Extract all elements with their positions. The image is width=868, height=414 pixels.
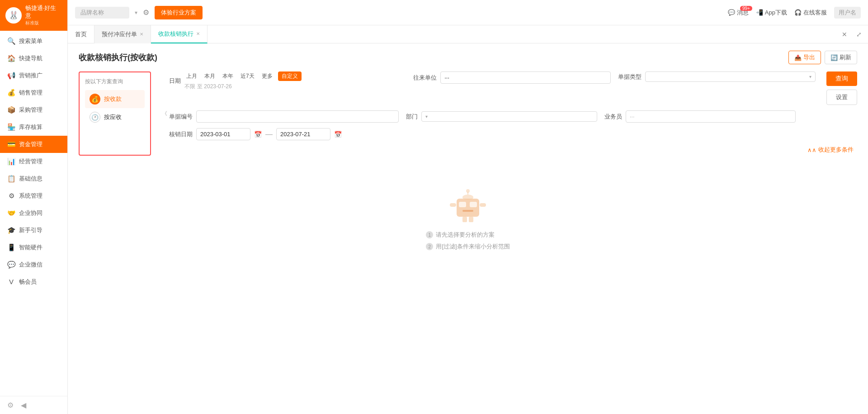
sidebar-label-inventory: 库存核算 [19,123,42,131]
sidebar-item-guide[interactable]: 🎓新手引导 [0,222,67,239]
date-this-year[interactable]: 本年 [221,71,235,81]
partner-select[interactable]: ··· [440,71,611,84]
writeoff-start-calendar-icon[interactable]: 📅 [254,131,262,138]
sidebar-item-funds[interactable]: 💳资金管理 [0,136,67,153]
topbar-gear-icon[interactable]: ⚙ [143,8,149,17]
message-badge: 99+ [740,6,752,11]
tab-prepay[interactable]: 预付冲应付单 ✕ [94,25,151,43]
app-download-action[interactable]: 📲 App下载 [756,9,787,17]
app-label: App下载 [765,9,787,17]
sidebar-label-marketing: 营销推广 [19,71,42,80]
writeoff-end-calendar-icon[interactable]: 📅 [334,131,342,138]
purchase-icon: 📦 [7,106,15,114]
tab-prepay-close[interactable]: ✕ [140,32,143,37]
app-icon: 📲 [756,9,763,16]
close-tab-icon[interactable]: ✕ [839,29,850,40]
sidebar-item-hardware[interactable]: 📱智能硬件 [0,239,67,256]
wechat-icon: 💬 [7,261,15,269]
empty-state: 1 请先选择要分析的方案 2 用[过滤]条件来缩小分析范围 [79,156,857,278]
sales-icon: 💰 [7,89,15,97]
filter-option-receipt[interactable]: 💰 按收款 [85,90,145,108]
topbar-actions: 💬 消息 99+ 📲 App下载 🎧 在线客服 用户名 [728,7,861,19]
sidebar-item-sales[interactable]: 💰销售管理 [0,84,67,101]
sidebar-item-marketing[interactable]: 📢营销推广 [0,67,67,84]
filter-fields-area: 日期 上月 本月 本年 近7天 更多 自定义 [169,71,857,156]
writeoff-start-input[interactable] [196,128,250,140]
staff-label: 业务员 [604,113,622,121]
doc-num-input[interactable] [196,110,399,123]
collapse-more-button[interactable]: ∧∧ 收起更多条件 [804,144,857,156]
svg-rect-5 [480,203,486,207]
message-action[interactable]: 💬 消息 99+ [728,9,749,17]
export-icon: 📤 [794,54,802,61]
empty-num-2: 2 [426,243,433,250]
sidebar-item-operations[interactable]: 📊经营管理 [0,153,67,170]
sidebar-item-member[interactable]: V畅会员 [0,273,67,290]
sidebar-item-inventory[interactable]: 🏪库存核算 [0,119,67,136]
sidebar-item-basic[interactable]: 📋基础信息 [0,170,67,187]
filter-scheme-title: 按以下方案查询 [85,78,145,86]
tab-writeoff[interactable]: 收款核销执行 ✕ [151,25,208,43]
dept-select[interactable]: ▾ [421,111,597,122]
filter-option-receivable[interactable]: 🕐 按应收 [85,108,145,126]
sidebar-item-purchase[interactable]: 📦采购管理 [0,101,67,119]
hardware-icon: 📱 [7,243,15,252]
doc-type-select[interactable]: ▾ [645,71,816,82]
refresh-button[interactable]: 🔄 刷新 [825,51,857,64]
page-title: 收款核销执行(按收款) [79,52,157,63]
sidebar-label-enterprise: 企业协同 [19,209,42,217]
system-icon: ⚙ [7,192,15,200]
tab-writeoff-close[interactable]: ✕ [196,31,200,36]
funds-icon: 💳 [7,140,15,148]
svg-point-10 [466,189,470,193]
writeoff-end-input[interactable] [276,128,330,140]
message-icon: 💬 [728,9,735,16]
member-icon: V [7,278,15,286]
panel-collapse-button[interactable]: 《 [160,71,169,156]
settings-button[interactable]: 设置 [826,90,857,105]
doc-type-label: 单据类型 [618,73,642,81]
staff-select[interactable]: ··· [626,110,796,123]
empty-text-1: 1 请先选择要分析的方案 [426,231,509,239]
guide-icon: 🎓 [7,226,15,234]
sidebar-item-quicknav[interactable]: 🏠快捷导航 [0,50,67,67]
collapse-sidebar-icon[interactable]: ◀ [21,401,26,409]
solution-button[interactable]: 体验行业方案 [155,6,203,19]
date-7days[interactable]: 近7天 [239,71,256,81]
sidebar: 🐰 畅捷通·好生意 标准版 🔍搜索菜单 🏠快捷导航 📢营销推广 💰销售管理 📦采… [0,0,68,414]
receivable-option-icon: 🕐 [90,112,100,123]
service-action[interactable]: 🎧 在线客服 [794,9,827,17]
query-buttons: 查询 设置 [826,71,857,105]
expand-tab-icon[interactable]: ⤢ [854,29,864,40]
basic-icon: 📋 [7,175,15,183]
date-this-month[interactable]: 本月 [203,71,217,81]
receipt-option-label: 按收款 [104,95,122,103]
sidebar-footer: ⚙ ◀ [0,396,67,414]
sidebar-item-wechat[interactable]: 💬企业微信 [0,256,67,273]
marketing-icon: 📢 [7,71,15,80]
inventory-icon: 🏪 [7,123,15,131]
sidebar-item-enterprise[interactable]: 🤝企业协同 [0,205,67,222]
date-more[interactable]: 更多 [260,71,274,81]
query-button[interactable]: 查询 [826,71,857,86]
sidebar-item-search[interactable]: 🔍搜索菜单 [0,33,67,50]
topbar: 品牌名称 ▾ ⚙ 体验行业方案 💬 消息 99+ 📲 App下载 🎧 在线客服 … [68,0,868,25]
svg-rect-6 [462,217,467,222]
empty-label-1: 请先选择要分析的方案 [436,231,495,239]
tab-home[interactable]: 首页 [68,25,94,43]
settings-icon[interactable]: ⚙ [7,401,14,409]
empty-num-1: 1 [426,231,433,238]
date-custom[interactable]: 自定义 [278,71,302,81]
export-button[interactable]: 📤 导出 [788,51,821,64]
enterprise-icon: 🤝 [7,209,15,217]
home-icon: 🏠 [7,54,15,62]
page-header: 收款核销执行(按收款) 📤 导出 🔄 刷新 [79,51,857,64]
sidebar-item-system[interactable]: ⚙系统管理 [0,187,67,205]
date-last-month[interactable]: 上月 [184,71,199,81]
topbar-brand: 品牌名称 [75,7,129,19]
svg-rect-4 [450,203,456,207]
sidebar-label-member: 畅会员 [19,278,37,286]
sidebar-logo: 🐰 畅捷通·好生意 标准版 [0,0,67,31]
receipt-option-icon: 💰 [90,94,100,105]
logo-text: 畅捷通·好生意 [25,5,62,20]
